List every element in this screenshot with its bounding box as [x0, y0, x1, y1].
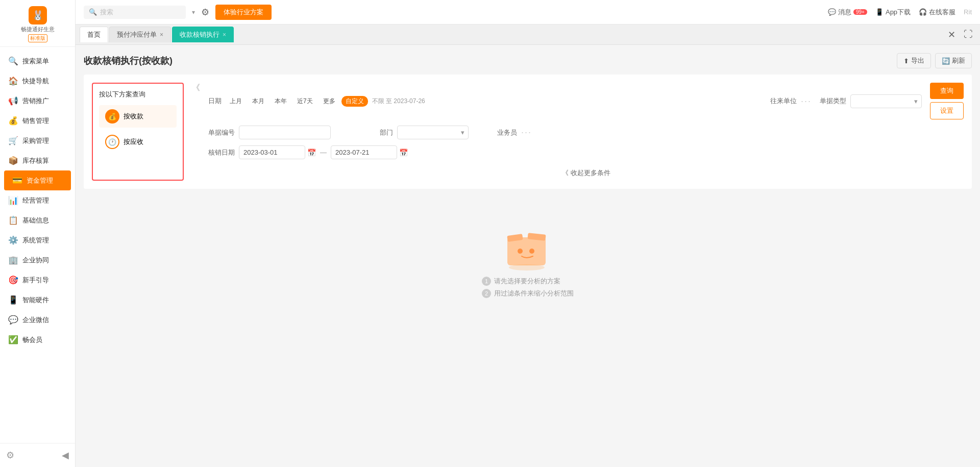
tab-prepay-offset[interactable]: 预付冲应付单 ×	[109, 27, 171, 42]
filter-option-by-receivable[interactable]: 🕐 按应收	[99, 131, 177, 153]
sidebar-item-search-menu[interactable]: 🔍 搜索菜单	[0, 51, 75, 71]
sidebar-item-operation[interactable]: 📊 经营管理	[0, 190, 75, 210]
message-item[interactable]: 💬 消息 99+	[828, 8, 867, 17]
sidebar-item-enterprise[interactable]: 🏢 企业协同	[0, 250, 75, 270]
doc-type-select-wrap	[850, 94, 922, 108]
topbar: 🔍 搜索 ▾ ⚙ 体验行业方案 💬 消息 99+ 📱 App下载 🎧 在线客服 …	[76, 0, 980, 24]
svg-point-4	[529, 249, 534, 254]
empty-svg-illustration	[502, 219, 553, 271]
verify-date-start-calendar-icon[interactable]: 📅	[307, 149, 316, 157]
enterprise-icon: 🏢	[8, 255, 18, 265]
dept-select-wrap	[397, 126, 469, 139]
refresh-label: 刷新	[952, 56, 965, 65]
tab-receipt-close[interactable]: ×	[223, 31, 226, 38]
sidebar-item-inventory[interactable]: 📦 库存核算	[0, 151, 75, 170]
refresh-button[interactable]: 🔄 刷新	[935, 53, 972, 68]
member-icon: ✅	[8, 335, 18, 345]
sidebar-item-label: 经营管理	[22, 196, 49, 205]
filter-option-by-receipt[interactable]: 💰 按收款	[99, 105, 177, 128]
phone-icon: 📱	[875, 8, 884, 16]
finance-icon: 💳	[12, 176, 22, 185]
hint-text-2: 用过滤条件来缩小分析范围	[494, 289, 574, 298]
guide-icon: 🎯	[8, 275, 18, 285]
close-tab-button[interactable]: ✕	[945, 28, 959, 41]
counterparty-field: 往来单位 ···	[770, 96, 812, 107]
collapse-more-row: 《 收起更多条件	[208, 165, 964, 181]
doc-no-field: 单据编号	[208, 126, 331, 139]
verify-date-end-calendar-icon[interactable]: 📅	[399, 149, 408, 157]
sidebar-item-basic-info[interactable]: 📋 基础信息	[0, 210, 75, 230]
date-btn-7days[interactable]: 近7天	[293, 95, 317, 107]
tab-prepay-close[interactable]: ×	[160, 31, 163, 38]
tab-receipt-offset[interactable]: 收款核销执行 ×	[172, 27, 234, 42]
settings-button[interactable]: 设置	[930, 102, 964, 119]
sidebar-settings-icon[interactable]: ⚙	[4, 448, 16, 463]
date-btn-this-month[interactable]: 本月	[248, 95, 268, 107]
search-menu-icon: 🔍	[8, 56, 18, 66]
sidebar-item-guide[interactable]: 🎯 新手引导	[0, 270, 75, 290]
sidebar-item-quick-nav[interactable]: 🏠 快捷导航	[0, 71, 75, 91]
counterparty-dots[interactable]: ···	[801, 96, 812, 107]
counterparty-label: 往来单位	[770, 96, 797, 106]
user-name[interactable]: Rit	[964, 8, 972, 16]
doc-type-label: 单据类型	[820, 96, 846, 106]
empty-hint-1: 1 请先选择要分析的方案	[482, 277, 574, 286]
doc-no-input[interactable]	[239, 126, 331, 139]
verify-date-end-input[interactable]	[331, 145, 397, 159]
sidebar-item-hardware[interactable]: 📱 智能硬件	[0, 290, 75, 310]
date-buttons: 上月 本月 本年 近7天 更多 自定义	[226, 95, 368, 107]
sidebar-item-purchase[interactable]: 🛒 采购管理	[0, 131, 75, 151]
solution-button[interactable]: 体验行业方案	[215, 5, 272, 20]
tab-home-label: 首页	[87, 30, 101, 39]
settings-icon[interactable]: ⚙	[201, 7, 209, 18]
verify-date-label: 核销日期	[208, 148, 235, 157]
date-range-text: 不限 至 2023-07-26	[372, 97, 425, 106]
collapse-more-button[interactable]: 《 收起更多条件	[554, 165, 619, 181]
verify-date-end-wrap: 📅	[331, 145, 408, 159]
doc-no-label: 单据编号	[208, 128, 235, 137]
hint-num-1: 1	[482, 277, 491, 286]
sidebar-bottom: ⚙ ◀	[0, 443, 75, 467]
verify-date-start-wrap: 📅	[239, 145, 316, 159]
dept-field: 部门	[380, 126, 469, 139]
dept-select[interactable]	[397, 126, 469, 139]
sidebar-item-marketing[interactable]: 📢 营销推广	[0, 91, 75, 111]
sidebar-item-member[interactable]: ✅ 畅会员	[0, 330, 75, 350]
staff-dots[interactable]: ···	[521, 127, 532, 138]
export-button[interactable]: ⬆ 导出	[897, 53, 931, 68]
date-btn-last-month[interactable]: 上月	[226, 95, 246, 107]
svg-point-3	[518, 249, 523, 254]
app-download-item[interactable]: 📱 App下载	[875, 8, 911, 17]
sidebar-collapse-icon[interactable]: ◀	[60, 448, 71, 463]
sidebar-item-finance[interactable]: 💳 资金管理	[4, 170, 71, 190]
sidebar-item-wechat[interactable]: 💬 企业微信	[0, 310, 75, 330]
online-service-item[interactable]: 🎧 在线客服	[919, 8, 955, 17]
date-btn-custom[interactable]: 自定义	[341, 96, 368, 107]
operation-icon: 📊	[8, 195, 18, 205]
empty-hints: 1 请先选择要分析的方案 2 用过滤条件来缩小分析范围	[482, 277, 574, 298]
filter-fields: 日期 上月 本月 本年 近7天 更多 自定义 不限 至 2023-07-26 往…	[208, 83, 964, 181]
doc-type-field: 单据类型	[820, 94, 922, 108]
tabbar: 首页 预付冲应付单 × 收款核销执行 × ✕ ⛶	[76, 24, 980, 45]
filter-left-collapse-button[interactable]: 《	[192, 83, 200, 93]
doc-type-select[interactable]	[850, 94, 922, 108]
verify-date-start-input[interactable]	[239, 145, 305, 159]
sidebar-item-sales[interactable]: 💰 销售管理	[0, 111, 75, 131]
date-btn-this-year[interactable]: 本年	[271, 95, 291, 107]
export-icon: ⬆	[903, 57, 909, 65]
wechat-icon: 💬	[8, 315, 18, 325]
topbar-search[interactable]: 🔍 搜索	[84, 6, 186, 19]
tab-receipt-label: 收款核销执行	[180, 30, 219, 39]
page-actions: ⬆ 导出 🔄 刷新	[897, 53, 972, 68]
dropdown-icon[interactable]: ▾	[192, 9, 195, 16]
sidebar-item-system[interactable]: ⚙️ 系统管理	[0, 230, 75, 250]
inventory-icon: 📦	[8, 156, 18, 165]
query-button[interactable]: 查询	[930, 83, 964, 99]
export-label: 导出	[911, 56, 924, 65]
sidebar-item-label: 畅会员	[22, 335, 42, 345]
tab-home[interactable]: 首页	[80, 27, 108, 42]
logo-icon: 🐰	[29, 6, 47, 24]
expand-tab-button[interactable]: ⛶	[961, 28, 976, 41]
date-btn-more[interactable]: 更多	[319, 95, 339, 107]
quick-nav-icon: 🏠	[8, 76, 18, 86]
